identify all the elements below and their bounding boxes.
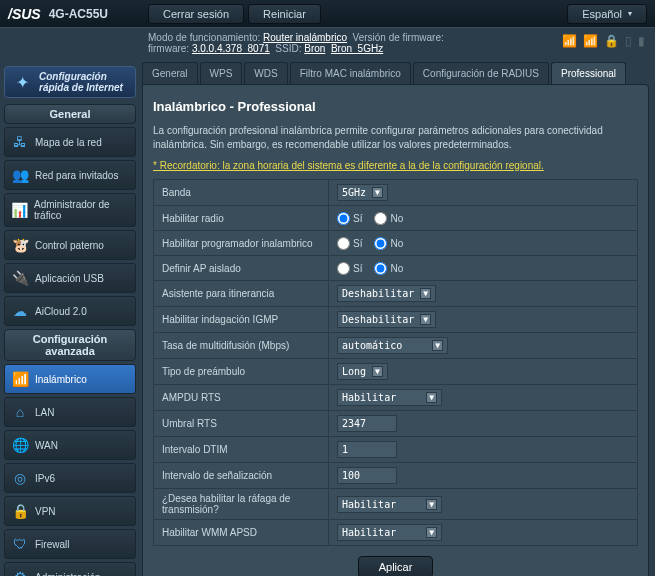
lock-icon: 🔒 [604, 34, 619, 48]
sidebar-item-lan[interactable]: ⌂LAN [4, 397, 136, 427]
nav-icon: 🖧 [11, 133, 29, 151]
sidebar-item-mapa-de-la-red[interactable]: 🖧Mapa de la red [4, 127, 136, 157]
reminder-link[interactable]: * Recordatorio: la zona horaria del sist… [153, 160, 544, 171]
model-name: 4G-AC55U [49, 7, 108, 21]
nav-icon: 📊 [11, 201, 28, 219]
sidebar-item-administrador-de-tráfico[interactable]: 📊Administrador de tráfico [4, 193, 136, 227]
nav-icon: 🐮 [11, 236, 29, 254]
ssid2-link[interactable]: Bron_5GHz [331, 43, 383, 54]
sidebar-item-control-paterno[interactable]: 🐮Control paterno [4, 230, 136, 260]
usb-icon: ▯ [625, 34, 632, 48]
sidebar-item-wan[interactable]: 🌐WAN [4, 430, 136, 460]
apply-button[interactable]: Aplicar [358, 556, 434, 576]
tab-wds[interactable]: WDS [244, 62, 287, 84]
section-general: General [4, 104, 136, 124]
nav-label: Aplicación USB [35, 273, 104, 284]
wifi-icon-2: 📶 [583, 34, 598, 48]
nav-icon: 📶 [11, 370, 29, 388]
reboot-button[interactable]: Reiniciar [248, 4, 321, 24]
status-icons: 📶 📶 🔒 ▯ ▮ [562, 34, 645, 48]
brand-logo: /SUS [8, 6, 41, 22]
settings-table: Banda5GHz▼ Habilitar radioSíNo Habilitar… [153, 179, 638, 546]
panel: Inalámbrico - Professional La configurac… [142, 84, 649, 576]
panel-description: La configuración profesional inalámbrica… [153, 124, 638, 152]
isolated-yes[interactable]: Sí [337, 262, 362, 275]
mode-link[interactable]: Router inalámbrico [263, 32, 347, 43]
reminder: * Recordatorio: la zona horaria del sist… [153, 160, 638, 171]
preamble-select[interactable]: Long▼ [337, 363, 388, 380]
nav-label: Red para invitados [35, 170, 118, 181]
nav-label: AiCloud 2.0 [35, 306, 87, 317]
wifi-icon: 📶 [562, 34, 577, 48]
sidebar-item-vpn[interactable]: 🔒VPN [4, 496, 136, 526]
nav-icon: ⌂ [11, 403, 29, 421]
content-area: GeneralWPSWDSFiltro MAC inalámbricoConfi… [140, 62, 655, 576]
ampdu-select[interactable]: Habilitar ▼ [337, 389, 442, 406]
tab-filtro-mac-inalámbrico[interactable]: Filtro MAC inalámbrico [290, 62, 411, 84]
quick-setup-button[interactable]: ✦ Configuraciónrápida de Internet [4, 66, 136, 98]
nav-label: WAN [35, 440, 58, 451]
sidebar: ✦ Configuraciónrápida de Internet Genera… [0, 62, 140, 576]
dtim-input[interactable] [337, 441, 397, 458]
section-advanced: Configuración avanzada [4, 329, 136, 361]
band-select[interactable]: 5GHz▼ [337, 184, 388, 201]
radio-enable-yes[interactable]: Sí [337, 212, 362, 225]
nav-label: Mapa de la red [35, 137, 102, 148]
nav-icon: 🔒 [11, 502, 29, 520]
tab-professional[interactable]: Professional [551, 62, 626, 84]
wmm-select[interactable]: Habilitar ▼ [337, 524, 442, 541]
nav-label: Inalámbrico [35, 374, 87, 385]
sidebar-item-aicloud-2.0[interactable]: ☁AiCloud 2.0 [4, 296, 136, 326]
panel-title: Inalámbrico - Professional [153, 93, 638, 124]
quick-setup-icon: ✦ [11, 71, 33, 93]
sidebar-item-administración[interactable]: ⚙Administración [4, 562, 136, 576]
sidebar-item-ipv6[interactable]: ◎IPv6 [4, 463, 136, 493]
isolated-no[interactable]: No [374, 262, 403, 275]
nav-label: Administración [35, 572, 101, 577]
nav-label: LAN [35, 407, 54, 418]
sidebar-item-firewall[interactable]: 🛡Firewall [4, 529, 136, 559]
nav-icon: 👥 [11, 166, 29, 184]
radio-enable-no[interactable]: No [374, 212, 403, 225]
tab-bar: GeneralWPSWDSFiltro MAC inalámbricoConfi… [142, 62, 649, 84]
top-bar: /SUS 4G-AC55U Cerrar sesión Reiniciar Es… [0, 0, 655, 28]
nav-label: VPN [35, 506, 56, 517]
sched-yes[interactable]: Sí [337, 237, 362, 250]
nav-label: Control paterno [35, 240, 104, 251]
burst-select[interactable]: Habilitar ▼ [337, 496, 442, 513]
signal-icon: ▮ [638, 34, 645, 48]
info-bar: Modo de funcionamiento: Router inalámbri… [0, 28, 655, 62]
beacon-input[interactable] [337, 467, 397, 484]
sidebar-item-red-para-invitados[interactable]: 👥Red para invitados [4, 160, 136, 190]
nav-icon: ◎ [11, 469, 29, 487]
nav-label: Firewall [35, 539, 69, 550]
nav-icon: 🌐 [11, 436, 29, 454]
nav-icon: 🔌 [11, 269, 29, 287]
sidebar-item-inalámbrico[interactable]: 📶Inalámbrico [4, 364, 136, 394]
roaming-select[interactable]: Deshabilitar▼ [337, 285, 436, 302]
nav-icon: ⚙ [11, 568, 29, 576]
tab-configuración-de-radius[interactable]: Configuración de RADIUS [413, 62, 549, 84]
firmware-link[interactable]: 3.0.0.4.378_8071 [192, 43, 270, 54]
language-selector[interactable]: Español [567, 4, 647, 24]
nav-icon: 🛡 [11, 535, 29, 553]
sched-no[interactable]: No [374, 237, 403, 250]
sidebar-item-aplicación-usb[interactable]: 🔌Aplicación USB [4, 263, 136, 293]
ssid1-link[interactable]: Bron [304, 43, 325, 54]
nav-label: IPv6 [35, 473, 55, 484]
igmp-select[interactable]: Deshabilitar▼ [337, 311, 436, 328]
tab-wps[interactable]: WPS [200, 62, 243, 84]
tab-general[interactable]: General [142, 62, 198, 84]
rts-input[interactable] [337, 415, 397, 432]
nav-icon: ☁ [11, 302, 29, 320]
multicast-select[interactable]: automático ▼ [337, 337, 448, 354]
logout-button[interactable]: Cerrar sesión [148, 4, 244, 24]
nav-label: Administrador de tráfico [34, 199, 129, 221]
